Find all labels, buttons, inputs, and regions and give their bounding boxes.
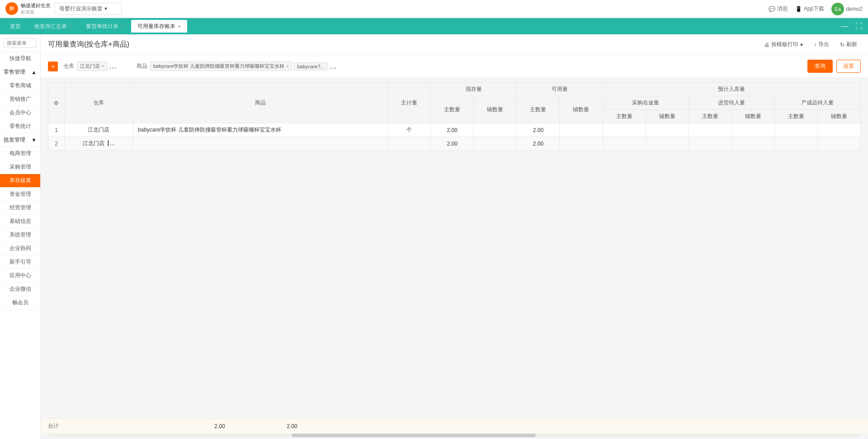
sidebar-members-label: 会员中心 xyxy=(9,109,31,116)
goods-tag-1-close-icon[interactable]: × xyxy=(286,64,289,69)
print-button[interactable]: 🖨 按模板打印 ▾ xyxy=(760,39,807,50)
query-button[interactable]: 查询 xyxy=(807,60,833,73)
footer-values: 2.00 2.00 xyxy=(93,423,861,430)
table-header-row-1: ⚙ 仓库 商品 主计量 现存量 可用量 预计入库量 xyxy=(48,83,861,96)
col-prod-aux: 辅数量 xyxy=(817,110,860,123)
table-container: ⚙ 仓库 商品 主计量 现存量 可用量 预计入库量 主数量 辅数量 主数量 辅数… xyxy=(41,78,868,418)
tab-home[interactable]: 首页 xyxy=(4,20,27,33)
filter-bar: » 仓库 江北门店 × ... 商品 babycare学饮杯 儿童防摔防撞吸管杯… xyxy=(41,55,868,78)
logo-text: 畅捷通好生意 xyxy=(21,2,51,9)
sidebar-item-basic-info[interactable]: 基础信息 xyxy=(0,215,40,228)
sidebar-item-finance[interactable]: 资金管理 xyxy=(0,188,40,201)
sidebar-item-marketing[interactable]: 营销推广 xyxy=(0,93,40,106)
export-button[interactable]: ↑ 导出 xyxy=(810,39,833,50)
col-goodsin-main: 主数量 xyxy=(689,110,731,123)
setting-button[interactable]: 设置 xyxy=(836,60,861,73)
nav-minimize-icon[interactable]: — xyxy=(839,22,850,30)
nav-tabs: 首页 收发存汇总表 × 要货单统计表 × 可用量库存账本 × — ⛶ xyxy=(0,18,868,34)
sidebar-item-guide[interactable]: 新手引导 xyxy=(0,255,40,269)
tab-orders[interactable]: 要货单统计表 × xyxy=(80,20,130,33)
table-footer: 合计 2.00 2.00 xyxy=(41,418,868,434)
goods-filter-tags: babycare学饮杯 儿童防摔防撞吸管杯重力球吸嘴杯宝宝水杯 × babyca… xyxy=(150,61,337,71)
sidebar-marketing-label: 营销推广 xyxy=(9,96,31,102)
page-header: 可用量查询(按仓库+商品) 🖨 按模板打印 ▾ ↑ 导出 ↻ 刷新 xyxy=(41,34,868,55)
sidebar-item-system[interactable]: 系统管理 xyxy=(0,228,40,242)
sidebar-system-label: 系统管理 xyxy=(9,231,31,238)
col-production-pending: 产成品待入量 xyxy=(774,96,860,110)
content-area: 可用量查询(按仓库+商品) 🖨 按模板打印 ▾ ↑ 导出 ↻ 刷新 » xyxy=(41,34,868,439)
tab-inventory[interactable]: 可用量库存账本 × xyxy=(131,20,187,33)
filter-expand-button[interactable]: » xyxy=(48,61,58,71)
footer-label: 合计 xyxy=(48,422,93,430)
table-row: 2 江北门店【... 2.00 2.00 xyxy=(48,137,861,151)
table-scrollbar[interactable] xyxy=(48,434,861,437)
logo-icon: 好 xyxy=(5,2,18,15)
col-settings[interactable]: ⚙ xyxy=(48,83,65,123)
footer-spacer-3 xyxy=(165,423,202,430)
sidebar-item-app-center[interactable]: 应用中心 xyxy=(0,269,40,283)
col-available: 可用量 xyxy=(517,83,603,96)
warehouse-tag-close-icon[interactable]: × xyxy=(102,64,104,69)
sidebar-purchase-label: 采购管理 xyxy=(9,164,31,170)
sidebar-member-label: 畅会员 xyxy=(12,299,28,306)
sidebar-item-enterprise[interactable]: 企业协同 xyxy=(0,242,40,255)
sidebar-item-quick-nav[interactable]: 快捷导航 xyxy=(0,52,40,66)
print-chevron-icon: ▾ xyxy=(800,42,803,48)
message-icon: 💬 xyxy=(769,6,775,12)
sidebar-item-retail-mall[interactable]: 零售商城 xyxy=(0,79,40,93)
goods-filter-label: 商品 xyxy=(137,62,147,70)
sidebar-item-purchase[interactable]: 采购管理 xyxy=(0,160,40,174)
sidebar-item-enterprise-wechat[interactable]: 企业微信 xyxy=(0,283,40,296)
sidebar-item-members[interactable]: 会员中心 xyxy=(0,106,40,120)
nav-expand-icon[interactable]: ⛶ xyxy=(854,22,864,30)
tab-inventory-close[interactable]: × xyxy=(178,24,181,29)
search-input[interactable] xyxy=(4,38,37,48)
tab-receipts-label: 收发存汇总表 xyxy=(34,23,67,30)
sidebar-enterprise-label: 企业协同 xyxy=(9,245,31,251)
goods-tag-2[interactable]: babycare?... xyxy=(294,62,328,71)
sidebar-item-ecommerce[interactable]: 电商管理 xyxy=(0,147,40,160)
logo-text-group: 畅捷通好生意 标准版 xyxy=(21,2,51,15)
tab-receipts[interactable]: 收发存汇总表 × xyxy=(28,20,79,33)
sidebar-item-operations[interactable]: 经营管理 xyxy=(0,201,40,215)
row-2-num: 2 xyxy=(48,137,65,151)
top-bar-right: 💬 消息 📱 App下载 Ea demo2 xyxy=(769,3,863,15)
sidebar-quick-nav-label: 快捷导航 xyxy=(9,55,31,61)
page-title: 可用量查询(按仓库+商品) xyxy=(48,40,129,49)
footer-stock-main: 2.00 xyxy=(202,423,238,430)
footer-spacer-2 xyxy=(129,423,165,430)
row-1-unit: 个 xyxy=(388,123,431,137)
sidebar-item-inventory[interactable]: 库存核算 xyxy=(0,174,40,188)
tab-receipts-close[interactable]: × xyxy=(70,24,72,29)
sidebar-retail-mall-label: 零售商城 xyxy=(9,82,31,89)
col-warehouse: 仓库 xyxy=(65,83,133,123)
top-bar-left: 好 畅捷通好生意 标准版 母婴行业演示账套 ▾ xyxy=(5,2,122,15)
sidebar-item-wholesale-mgmt[interactable]: 批发管理 ▼ xyxy=(0,133,40,147)
row-1-prod-main xyxy=(774,123,817,137)
app-download-button[interactable]: 📱 App下载 xyxy=(795,5,824,13)
row-2-goods xyxy=(133,137,387,151)
tab-orders-close[interactable]: × xyxy=(121,24,124,29)
refresh-button[interactable]: ↻ 刷新 xyxy=(836,39,861,50)
warehouse-more-icon[interactable]: ... xyxy=(109,62,117,71)
goods-tag-1[interactable]: babycare学饮杯 儿童防摔防撞吸管杯重力球吸嘴杯宝宝水杯 × xyxy=(150,61,292,71)
sidebar-item-member[interactable]: 畅会员 xyxy=(0,296,40,310)
chevron-up-icon: ▲ xyxy=(31,69,37,76)
table-scrollbar-thumb[interactable] xyxy=(292,434,535,437)
user-area[interactable]: Ea demo2 xyxy=(831,3,863,15)
export-label: 导出 xyxy=(818,41,829,48)
col-purchase-transit: 采购在途量 xyxy=(603,96,689,110)
row-2-prod-main xyxy=(774,137,817,151)
sidebar-item-retail-mgmt[interactable]: 零售管理 ▲ xyxy=(0,66,40,79)
message-button[interactable]: 💬 消息 xyxy=(769,5,788,13)
goods-tag-2-text: babycare?... xyxy=(297,64,325,69)
warehouse-tag[interactable]: 江北门店 × xyxy=(77,61,108,71)
row-1-avail-aux xyxy=(560,123,603,137)
sidebar-item-retail-stats[interactable]: 零售统计 xyxy=(0,120,40,133)
row-2-pur-aux xyxy=(646,137,689,151)
warehouse-filter-group: 仓库 江北门店 × ... xyxy=(63,61,131,71)
store-selector[interactable]: 母婴行业演示账套 ▾ xyxy=(54,3,122,15)
goods-filter-group: 商品 babycare学饮杯 儿童防摔防撞吸管杯重力球吸嘴杯宝宝水杯 × bab… xyxy=(137,61,337,71)
warehouse-filter-label: 仓库 xyxy=(63,62,74,70)
goods-more-icon[interactable]: ... xyxy=(330,62,337,71)
